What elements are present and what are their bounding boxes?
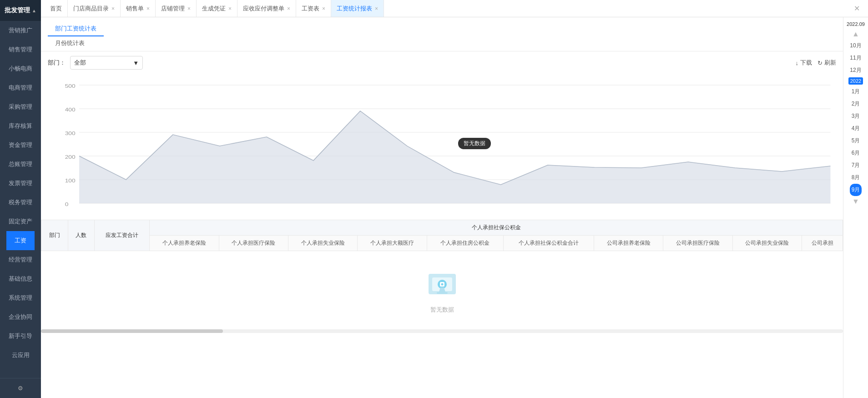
tab-门店商品目录[interactable]: 门店商品目录× (68, 0, 121, 17)
table-header-人数: 人数 (68, 220, 95, 251)
timeline-month-4月[interactable]: 4月 (848, 122, 864, 135)
download-icon: ↓ (796, 60, 799, 66)
svg-marker-12 (79, 111, 830, 203)
sidebar-item-新手引导[interactable]: 新手引导 (6, 327, 35, 346)
tab-label: 销售单 (126, 5, 144, 13)
sidebar-item-采购管理[interactable]: 采购管理 (6, 97, 35, 116)
tab-工资表[interactable]: 工资表× (296, 0, 331, 17)
timeline-month-1月[interactable]: 1月 (848, 86, 864, 98)
download-button[interactable]: ↓ 下载 (796, 59, 812, 67)
table-group-header: 个人承担社保公积金 (150, 220, 843, 236)
tab-close-button[interactable]: × (375, 5, 378, 12)
sidebar-item-总账管理[interactable]: 总账管理 (6, 155, 35, 174)
tab-应收应付调整单[interactable]: 应收应付调整单× (237, 0, 296, 17)
timeline-up-arrow[interactable]: ▲ (851, 29, 861, 40)
action-buttons: ↓ 下载 ↻ 刷新 (796, 59, 837, 67)
svg-text:0: 0 (65, 202, 69, 207)
timeline-month-9月[interactable]: 9月 (850, 184, 862, 196)
tab-label: 生成凭证 (202, 5, 226, 13)
sidebar-item-发票管理[interactable]: 发票管理 (6, 174, 35, 193)
tab-label: 工资统计报表 (337, 5, 372, 13)
timeline-month-10月[interactable]: 10月 (848, 40, 863, 52)
tabs-bar: 首页门店商品目录×销售单×店铺管理×生成凭证×应收应付调整单×工资表×工资统计报… (41, 0, 868, 17)
sidebar-item-云应用[interactable]: 云应用 (6, 346, 35, 365)
close-all-tabs-button[interactable]: ✕ (849, 4, 864, 13)
chart-svg: 0 100 200 300 400 500 (48, 74, 836, 211)
dept-label: 部门： (48, 59, 66, 67)
chevron-down-icon: ▼ (133, 60, 139, 66)
timeline-month-3月[interactable]: 3月 (848, 110, 864, 122)
sidebar-item-固定资产[interactable]: 固定资产 (6, 212, 35, 231)
sidebar-item-库存核算[interactable]: 库存核算 (6, 116, 35, 136)
sidebar-item-税务管理[interactable]: 税务管理 (6, 193, 35, 212)
dept-filter: 部门： 全部 ▼ (48, 56, 143, 70)
refresh-label: 刷新 (824, 59, 836, 67)
chart-no-data-tooltip: 暂无数据 (458, 138, 491, 149)
tab-close-button[interactable]: × (322, 5, 325, 12)
tab-label: 应收应付调整单 (243, 5, 284, 13)
empty-state: 暂无数据 (41, 251, 843, 327)
tab-close-button[interactable]: × (187, 5, 191, 12)
table-sub-header-公司承担医疗保险: 公司承担医疗保险 (663, 236, 732, 251)
svg-text:300: 300 (65, 131, 76, 136)
sidebar-footer[interactable]: ⚙ (0, 378, 41, 398)
sidebar-item-营销推广[interactable]: 营销推广 (6, 21, 35, 40)
svg-rect-18 (437, 292, 448, 294)
table-sub-header-个人承担医疗保险: 个人承担医疗保险 (219, 236, 288, 251)
timeline-down-arrow[interactable]: ▼ (851, 196, 861, 207)
svg-text:400: 400 (65, 107, 76, 112)
table-sub-header-个人承担养老保险: 个人承担养老保险 (150, 236, 219, 251)
tab-close-button[interactable]: × (111, 5, 115, 12)
table-sub-header-个人承担住房公积金: 个人承担住房公积金 (427, 236, 503, 251)
table-sub-header-个人承担大额医疗: 个人承担大额医疗 (358, 236, 427, 251)
tab-label: 门店商品目录 (73, 5, 109, 13)
tab-close-button[interactable]: × (287, 5, 290, 12)
sidebar-item-系统管理[interactable]: 系统管理 (6, 288, 35, 307)
sidebar-arrow-icon: ▲ (32, 8, 36, 13)
sub-tab-月份统计表[interactable]: 月份统计表 (48, 36, 104, 51)
timeline-month-12月[interactable]: 12月 (848, 64, 863, 76)
chart-container: 0 100 200 300 400 500 (41, 74, 843, 220)
timeline-month-2月[interactable]: 2月 (848, 98, 864, 110)
gear-icon: ⚙ (18, 385, 23, 392)
tab-首页[interactable]: 首页 (45, 0, 68, 17)
tab-close-button[interactable]: × (228, 5, 232, 12)
dept-select-value: 全部 (74, 59, 86, 67)
timeline-month-8月[interactable]: 8月 (848, 171, 864, 184)
chart-no-data-label: 暂无数据 (464, 140, 485, 146)
tab-close-button[interactable]: × (146, 5, 150, 12)
table-sub-header-公司承担: 公司承担 (802, 236, 843, 251)
sidebar-item-工资[interactable]: 工资 (6, 231, 35, 250)
svg-text:500: 500 (65, 83, 76, 89)
tab-工资统计报表[interactable]: 工资统计报表× (331, 0, 384, 17)
sidebar-item-企业协同[interactable]: 企业协同 (6, 307, 35, 327)
sidebar-item-经营管理[interactable]: 经营管理 (6, 250, 35, 269)
svg-text:100: 100 (65, 178, 76, 183)
main-area: 首页门店商品目录×销售单×店铺管理×生成凭证×应收应付调整单×工资表×工资统计报… (41, 0, 868, 398)
sidebar-item-基础信息[interactable]: 基础信息 (6, 269, 35, 288)
content-area: 部门工资统计表月份统计表 部门： 全部 ▼ ↓ 下载 (41, 17, 868, 398)
timeline-month-6月[interactable]: 6月 (848, 147, 864, 159)
refresh-button[interactable]: ↻ 刷新 (818, 59, 836, 67)
sidebar-header[interactable]: 批发管理 ▲ (0, 0, 41, 21)
tab-label: 店铺管理 (161, 5, 185, 13)
table-header-部门: 部门 (41, 220, 68, 251)
table-header-应发工资合计: 应发工资合计 (95, 220, 150, 251)
timeline-month-11月[interactable]: 11月 (848, 52, 863, 64)
timeline-month-5月[interactable]: 5月 (848, 135, 864, 147)
table-area[interactable]: 部门人数应发工资合计个人承担社保公积金 个人承担养老保险个人承担医疗保险个人承担… (41, 220, 843, 398)
tab-生成凭证[interactable]: 生成凭证× (197, 0, 237, 17)
sidebar-item-电商管理[interactable]: 电商管理 (6, 78, 35, 97)
sidebar-item-小畅电商[interactable]: 小畅电商 (6, 59, 35, 78)
timeline-month-7月[interactable]: 7月 (848, 159, 864, 171)
tab-店铺管理[interactable]: 店铺管理× (156, 0, 197, 17)
tab-label: 首页 (50, 5, 62, 13)
timeline-year-badge[interactable]: 2022 (848, 77, 863, 85)
page-content: 部门工资统计表月份统计表 部门： 全部 ▼ ↓ 下载 (41, 17, 843, 398)
svg-point-20 (441, 283, 443, 286)
sidebar-item-销售管理[interactable]: 销售管理 (6, 40, 35, 59)
sidebar-item-资金管理[interactable]: 资金管理 (6, 136, 35, 155)
sub-tab-部门工资统计表[interactable]: 部门工资统计表 (48, 22, 104, 36)
dept-select[interactable]: 全部 ▼ (70, 56, 143, 70)
tab-销售单[interactable]: 销售单× (121, 0, 156, 17)
